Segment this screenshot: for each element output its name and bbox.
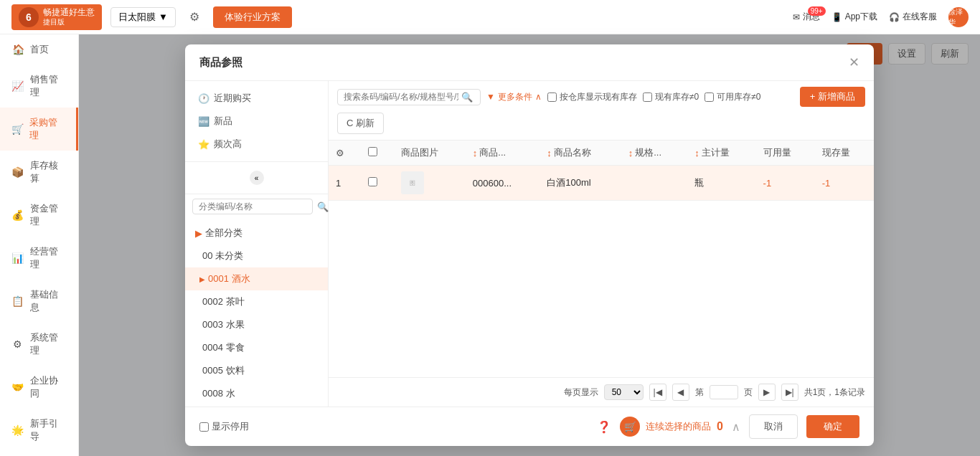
left-tab-new[interactable]: 🆕 新品 (191, 110, 322, 133)
refresh-product-btn[interactable]: C 刷新 (337, 113, 384, 134)
recent-icon: 🕐 (198, 93, 209, 104)
nav-dropdown[interactable]: 日太阳膜 ▼ (110, 7, 176, 27)
row-checkbox[interactable] (368, 177, 377, 186)
page-prev-btn[interactable]: ◀ (672, 384, 689, 401)
product-search-input[interactable] (344, 92, 458, 102)
add-product-btn[interactable]: + 新增商品 (800, 87, 865, 107)
inventory-icon: 📦 (11, 166, 24, 179)
checkbox-stock-neq0[interactable]: 现有库存≠0 (643, 91, 699, 103)
sidebar-item-guide[interactable]: 🌟 新手引导 (0, 409, 78, 452)
collapse-panel-btn[interactable]: « (250, 171, 264, 185)
sidebar-item-system[interactable]: ⚙ 系统管理 (0, 323, 78, 366)
top-nav: 6 畅捷通好生意 捷目版 日太阳膜 ▼ ⚙ 体验行业方案 ✉ 消息 99+ 📱 … (0, 0, 980, 34)
home-icon: 🏠 (11, 43, 24, 56)
sort-unit-icon: ↕ (694, 148, 699, 158)
operation-icon: 📊 (11, 252, 24, 265)
modal-toolbar: 🔍 ▼ 更多条件 ∧ 按仓库显示现有库存 (329, 81, 874, 141)
category-tea[interactable]: 0002 茶叶 (185, 290, 328, 313)
select-all-checkbox[interactable] (368, 147, 377, 156)
sidebar-item-purchase[interactable]: 🛒 采购管理 (0, 108, 78, 151)
show-disabled-checkbox[interactable]: 显示停用 (199, 420, 249, 433)
left-tab-frequent[interactable]: ⭐ 频次高 (191, 133, 322, 156)
left-tab-recent[interactable]: 🕐 近期购买 (191, 87, 322, 110)
pagination-bar: 每页显示 50 100 200 |◀ ◀ 第 1 页 ▶ (329, 377, 874, 407)
more-filter-btn[interactable]: ▼ 更多条件 ∧ (486, 91, 542, 103)
confirm-btn[interactable]: 确定 (806, 415, 859, 438)
th-available: 可用量 (756, 141, 815, 166)
category-beverage[interactable]: 0005 饮料 (185, 359, 328, 382)
category-water[interactable]: 0008 水 (185, 382, 328, 405)
th-settings[interactable]: ⚙ (329, 141, 361, 166)
search-icon[interactable]: 🔍 (317, 201, 329, 212)
modal-body: 🕐 近期购买 🆕 新品 ⭐ 频次高 (185, 81, 874, 407)
avatar: 徐泽华 (948, 7, 969, 27)
product-table-wrap: ⚙ 商品图片 ↕商品... (329, 141, 874, 377)
sidebar-item-enterprise[interactable]: 🤝 企业协同 (0, 366, 78, 409)
sidebar: 🏠 首页 📈 销售管理 🛒 采购管理 📦 库存核算 💰 资金管理 📊 经营管理 … (0, 34, 79, 456)
page-size-select[interactable]: 50 100 200 (604, 384, 644, 400)
sidebar-item-operation[interactable]: 📊 经营管理 (0, 237, 78, 280)
modal-footer: 显示停用 ❓ 🛒 连续选择的商品 0 ∧ 取消 确定 (185, 407, 874, 446)
category-snack[interactable]: 0004 零食 (185, 336, 328, 359)
category-uncategorized[interactable]: 00 未分类 (185, 244, 328, 267)
experience-btn[interactable]: 体验行业方案 (213, 6, 292, 28)
help-icon[interactable]: ❓ (597, 420, 611, 434)
chevron-up-icon: ∧ (535, 92, 542, 102)
checkbox-available-input[interactable] (705, 92, 714, 102)
category-search-input[interactable] (192, 199, 313, 214)
page-first-btn[interactable]: |◀ (649, 384, 666, 401)
th-code[interactable]: ↕商品... (466, 141, 540, 166)
checkbox-warehouse-input[interactable] (547, 92, 557, 102)
category-all[interactable]: ▶ 全部分类 (185, 222, 328, 244)
nav-app-download[interactable]: 📱 App下载 (831, 11, 877, 23)
nav-icons: ✉ 消息 99+ 📱 App下载 🎧 在线客服 徐泽华 (793, 7, 969, 27)
page-input[interactable]: 1 (710, 385, 738, 399)
table-row[interactable]: 1 图 000600... 白酒100ml (329, 166, 874, 201)
show-disabled-input[interactable] (199, 422, 209, 432)
th-checkbox[interactable] (361, 141, 394, 166)
th-spec[interactable]: ↕规格... (621, 141, 687, 166)
category-expand-icon: ▶ (199, 275, 205, 283)
nav-service[interactable]: 🎧 在线客服 (889, 11, 937, 23)
modal-right-panel: 🔍 ▼ 更多条件 ∧ 按仓库显示现有库存 (329, 81, 874, 407)
modal-title: 商品参照 (199, 56, 242, 70)
sidebar-item-apps[interactable]: 📱 应用中心 (0, 452, 78, 456)
td-unit: 瓶 (687, 166, 755, 201)
checkbox-stock-input[interactable] (643, 92, 652, 102)
cart-area: 🛒 连续选择的商品 0 (620, 417, 723, 437)
category-list: ▶ 全部分类 00 未分类 ▶ 0001 酒水 0002 茶 (185, 219, 328, 407)
th-image: 商品图片 (394, 141, 466, 166)
page-last-btn[interactable]: ▶| (781, 384, 798, 401)
category-alcohol[interactable]: ▶ 0001 酒水 (185, 267, 328, 290)
search-submit-icon[interactable]: 🔍 (461, 92, 473, 103)
cart-collapse-icon[interactable]: ∧ (732, 420, 740, 434)
cart-icon[interactable]: 🛒 (620, 417, 640, 437)
sidebar-item-inventory[interactable]: 📦 库存核算 (0, 151, 78, 194)
cancel-btn[interactable]: 取消 (749, 414, 798, 439)
checkbox-available-neq0[interactable]: 可用库存≠0 (705, 91, 760, 103)
settings-icon: ⚙ (336, 148, 344, 158)
td-spec (621, 166, 687, 201)
nav-message[interactable]: ✉ 消息 99+ (793, 11, 820, 23)
modal-backdrop: 商品参照 ✕ 🕐 近期购买 🆕 (79, 34, 980, 456)
table-header-row: ⚙ 商品图片 ↕商品... (329, 141, 874, 166)
sidebar-item-home[interactable]: 🏠 首页 (0, 34, 78, 65)
td-checkbox[interactable] (361, 166, 394, 201)
th-unit[interactable]: ↕主计量 (687, 141, 755, 166)
close-icon[interactable]: ✕ (849, 54, 859, 70)
page-next-btn[interactable]: ▶ (758, 384, 776, 401)
th-name[interactable]: ↕商品名称 (540, 141, 621, 166)
category-fruit[interactable]: 0003 水果 (185, 313, 328, 336)
sidebar-item-basic-info[interactable]: 📋 基础信息 (0, 280, 78, 323)
enterprise-icon: 🤝 (11, 381, 24, 394)
th-stock: 现存量 (815, 141, 874, 166)
gear-icon[interactable]: ⚙ (184, 7, 204, 27)
sidebar-item-finance[interactable]: 💰 资金管理 (0, 194, 78, 237)
td-image: 图 (394, 166, 466, 201)
cart-count: 0 (717, 420, 723, 433)
nav-user[interactable]: 徐泽华 (948, 7, 969, 27)
sidebar-item-sales[interactable]: 📈 销售管理 (0, 65, 78, 108)
checkbox-warehouse[interactable]: 按仓库显示现有库存 (547, 91, 637, 103)
purchase-icon: 🛒 (11, 123, 24, 136)
logo-text: 畅捷通好生意 捷目版 (43, 7, 95, 26)
